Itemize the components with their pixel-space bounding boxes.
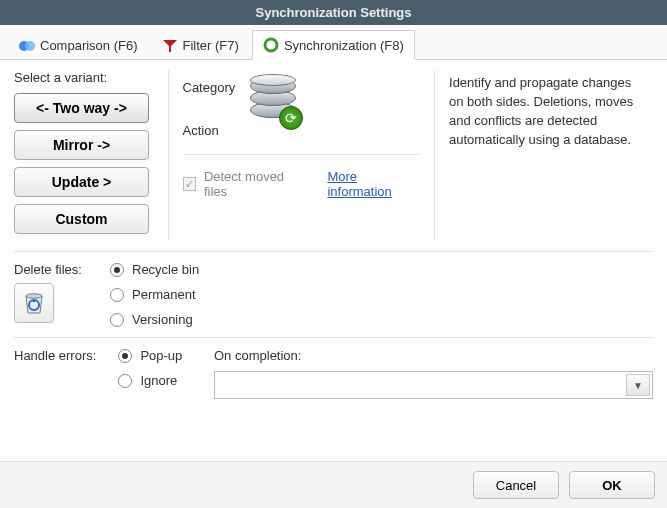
divider	[14, 251, 653, 252]
tab-synchronization[interactable]: Synchronization (F8)	[252, 30, 415, 60]
svg-point-2	[265, 39, 277, 51]
error-ignore-label: Ignore	[140, 373, 177, 388]
on-completion-select[interactable]: ▼	[214, 371, 653, 399]
chevron-down-icon: ▼	[626, 374, 650, 396]
delete-recycle-radio[interactable]: Recycle bin	[110, 262, 199, 277]
tab-comparison-label: Comparison (F6)	[40, 38, 138, 53]
action-label: Action	[183, 123, 236, 138]
tab-filter-label: Filter (F7)	[183, 38, 239, 53]
detect-moved-label: Detect moved files	[204, 169, 306, 199]
error-ignore-radio[interactable]: Ignore	[118, 373, 182, 388]
variant-update-button[interactable]: Update >	[14, 167, 149, 197]
tabs-bar: Comparison (F6) Filter (F7) Synchronizat…	[0, 25, 667, 60]
more-information-link[interactable]: More information	[327, 169, 420, 199]
svg-point-3	[26, 294, 42, 298]
filter-icon	[162, 38, 178, 54]
svg-point-1	[25, 41, 35, 51]
recycle-bin-icon	[21, 290, 47, 316]
database-sync-icon: ⟳	[247, 72, 299, 128]
divider	[14, 337, 653, 338]
tab-sync-label: Synchronization (F8)	[284, 38, 404, 53]
window-titlebar: Synchronization Settings	[0, 0, 667, 25]
error-popup-label: Pop-up	[140, 348, 182, 363]
ok-button[interactable]: OK	[569, 471, 655, 499]
delete-permanent-label: Permanent	[132, 287, 196, 302]
delete-recycle-label: Recycle bin	[132, 262, 199, 277]
category-label: Category	[183, 80, 236, 95]
delete-versioning-label: Versioning	[132, 312, 193, 327]
variant-description: Identify and propagate changes on both s…	[435, 70, 653, 241]
error-popup-radio[interactable]: Pop-up	[118, 348, 182, 363]
tab-comparison[interactable]: Comparison (F6)	[8, 30, 149, 60]
window-title: Synchronization Settings	[255, 5, 411, 20]
variant-mirror-button[interactable]: Mirror ->	[14, 130, 149, 160]
tab-filter[interactable]: Filter (F7)	[151, 30, 250, 60]
variant-two-way-button[interactable]: <- Two way ->	[14, 93, 149, 123]
recycle-bin-button[interactable]	[14, 283, 54, 323]
gear-sync-icon	[263, 37, 279, 53]
compare-icon	[19, 38, 35, 54]
dialog-footer: Cancel OK	[0, 461, 667, 508]
delete-files-label: Delete files:	[14, 262, 86, 277]
cancel-button[interactable]: Cancel	[473, 471, 559, 499]
handle-errors-label: Handle errors:	[14, 348, 96, 399]
delete-versioning-radio[interactable]: Versioning	[110, 312, 199, 327]
delete-permanent-radio[interactable]: Permanent	[110, 287, 199, 302]
variant-custom-button[interactable]: Custom	[14, 204, 149, 234]
on-completion-label: On completion:	[214, 348, 653, 363]
variant-label: Select a variant:	[14, 70, 158, 85]
detect-moved-checkbox: ✓	[183, 177, 196, 191]
